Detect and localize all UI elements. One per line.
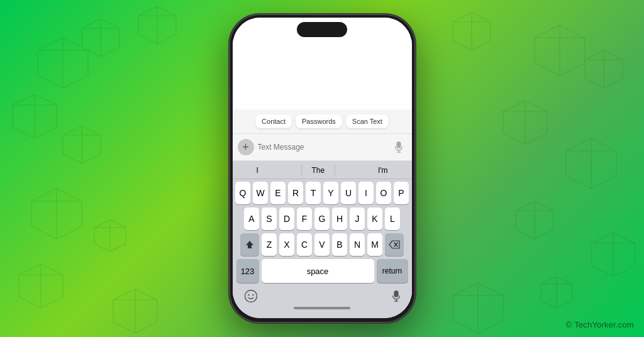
key-w[interactable]: W <box>253 182 268 204</box>
key-t[interactable]: T <box>306 182 321 204</box>
mic-button[interactable] <box>391 139 407 155</box>
keyboard-row-3: Z X C V B N M <box>235 233 410 256</box>
key-v[interactable]: V <box>314 233 330 256</box>
key-h[interactable]: H <box>332 207 347 230</box>
key-b[interactable]: B <box>332 233 347 256</box>
key-f[interactable]: F <box>297 207 312 230</box>
autocomplete-row: I The I'm <box>233 161 412 179</box>
keyboard-bottom-row: 123 space return <box>235 259 410 283</box>
shift-icon <box>245 240 254 249</box>
plus-button[interactable]: + <box>238 139 254 155</box>
key-g[interactable]: G <box>314 207 330 230</box>
passwords-button[interactable]: Passwords <box>296 114 342 128</box>
contact-button[interactable]: Contact <box>255 114 292 128</box>
autocomplete-item-the[interactable]: The <box>301 165 336 176</box>
key-u[interactable]: U <box>341 182 356 204</box>
backspace-key[interactable] <box>385 233 404 256</box>
key-i[interactable]: I <box>358 182 374 204</box>
message-input[interactable] <box>258 138 387 157</box>
key-a[interactable]: A <box>244 207 259 230</box>
key-l[interactable]: L <box>385 207 400 230</box>
toolbar: Contact Passwords Scan Text <box>233 109 412 134</box>
key-n[interactable]: N <box>350 233 365 256</box>
scan-text-button[interactable]: Scan Text <box>346 114 389 128</box>
keyboard-row-1: Q W E R T Y U I O P <box>235 182 410 204</box>
shift-key[interactable] <box>240 233 259 256</box>
key-j[interactable]: J <box>350 207 365 230</box>
svg-rect-63 <box>394 290 398 297</box>
svg-point-61 <box>248 294 249 296</box>
backspace-icon <box>389 240 400 249</box>
key-s[interactable]: S <box>262 207 277 230</box>
key-x[interactable]: X <box>279 233 294 256</box>
key-m[interactable]: M <box>367 233 382 256</box>
keyboard-container: Contact Passwords Scan Text + <box>233 109 412 318</box>
input-row: + <box>233 134 412 161</box>
home-bar <box>294 307 350 309</box>
key-o[interactable]: O <box>376 182 391 204</box>
keyboard-rows: Q W E R T Y U I O P A S D F G <box>233 179 412 287</box>
dictation-button[interactable] <box>392 290 401 304</box>
dynamic-island <box>297 22 347 37</box>
emoji-icon <box>244 289 258 303</box>
key-k[interactable]: K <box>367 207 382 230</box>
key-z[interactable]: Z <box>262 233 277 256</box>
key-r[interactable]: R <box>288 182 303 204</box>
dictation-mic-icon <box>392 290 401 302</box>
key-d[interactable]: D <box>279 207 294 230</box>
keyboard-row-2: A S D F G H J K L <box>235 207 410 230</box>
key-q[interactable]: Q <box>235 182 250 204</box>
phone-screen: Contact Passwords Scan Text + <box>233 18 412 318</box>
key-p[interactable]: P <box>394 182 409 204</box>
watermark: © TechYorker.com <box>566 320 634 329</box>
svg-point-62 <box>252 294 253 296</box>
mic-icon <box>394 141 403 153</box>
phone-shell: Contact Passwords Scan Text + <box>230 14 415 323</box>
num-key[interactable]: 123 <box>236 259 259 283</box>
return-key[interactable]: return <box>377 259 408 283</box>
key-y[interactable]: Y <box>323 182 338 204</box>
home-indicator-area <box>233 307 412 314</box>
key-c[interactable]: C <box>297 233 312 256</box>
emoji-dictation-row <box>233 287 412 307</box>
emoji-button[interactable] <box>244 289 258 306</box>
svg-marker-57 <box>246 241 253 248</box>
space-key[interactable]: space <box>262 259 374 283</box>
svg-point-60 <box>245 290 257 302</box>
autocomplete-item-im[interactable]: I'm <box>373 165 393 176</box>
key-e[interactable]: E <box>270 182 286 204</box>
svg-rect-54 <box>396 141 401 148</box>
autocomplete-item-i[interactable]: I <box>251 165 263 176</box>
